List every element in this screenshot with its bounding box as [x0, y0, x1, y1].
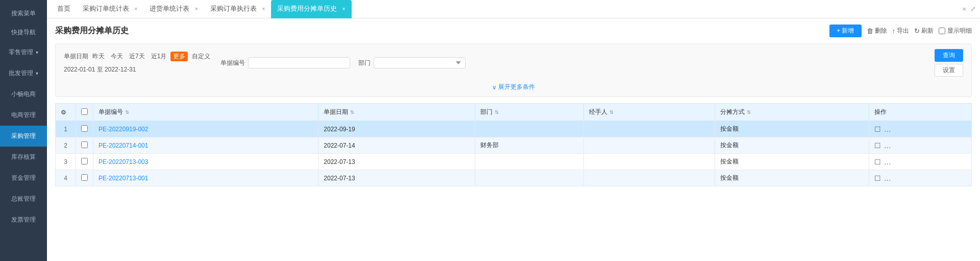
delete-button[interactable]: 🗑 删除	[867, 27, 887, 35]
sidebar-item-finance[interactable]: 资金管理	[0, 168, 47, 188]
page-title-bar: 采购费用分摊单历史 + 新增 🗑 删除 ↑ 导出 ↻ 刷新 显示明细	[55, 25, 972, 37]
settings-gear-icon[interactable]: ⚙	[61, 109, 66, 116]
cell-handler	[583, 137, 715, 154]
edit-icon[interactable]: ☐	[874, 174, 881, 182]
expand-filter-btn[interactable]: ∨ 展开更多条件	[492, 83, 535, 91]
edit-icon[interactable]: ☐	[874, 125, 881, 133]
sort-icon: ⇅	[495, 109, 499, 115]
cell-action: ☐ …	[869, 170, 971, 186]
row-checkbox[interactable]	[81, 174, 88, 181]
bill-no-input[interactable]	[248, 57, 350, 68]
tab-purchase-order-stat[interactable]: 采购订单统计表 ×	[77, 0, 143, 18]
refresh-icon: ↻	[914, 27, 920, 35]
th-dept[interactable]: 部门 ⇅	[475, 104, 583, 121]
th-settings[interactable]: ⚙	[56, 104, 76, 121]
page-title: 采购费用分摊单历史	[55, 26, 129, 36]
th-checkbox[interactable]	[76, 104, 93, 121]
cell-date: 2022-07-13	[318, 154, 475, 170]
action-buttons: ☐ …	[874, 174, 966, 182]
cell-date: 2022-07-13	[318, 170, 475, 186]
cell-bill-no: PE-20220919-002	[93, 121, 318, 137]
row-checkbox[interactable]	[81, 125, 88, 132]
row-checkbox-cell[interactable]	[76, 121, 93, 137]
row-checkbox-cell[interactable]	[76, 170, 93, 186]
tab-stock-stat[interactable]: 进货单统计表 ×	[143, 0, 204, 18]
cell-action: ☐ …	[869, 121, 971, 137]
tab-purchase-exec[interactable]: 采购订单执行表 ×	[204, 0, 271, 18]
date-btn-1month[interactable]: 近1月	[149, 52, 169, 61]
show-cols-toggle[interactable]: 显示明细	[939, 27, 972, 35]
tab-close-icon[interactable]: ×	[342, 6, 345, 12]
more-icon[interactable]: …	[884, 125, 891, 133]
row-num: 1	[56, 121, 76, 137]
tab-close-icon[interactable]: ×	[262, 6, 265, 12]
th-action: 操作	[869, 104, 971, 121]
cell-split-method: 按金额	[715, 121, 869, 137]
row-checkbox-cell[interactable]	[76, 137, 93, 154]
more-icon[interactable]: …	[884, 158, 891, 166]
table-row: 2 PE-20220714-001 2022-07-14 财务部 按金额 ☐ …	[56, 137, 972, 154]
row-checkbox[interactable]	[81, 158, 88, 164]
sort-icon: ⇅	[747, 109, 751, 115]
bill-no-link[interactable]: PE-20220713-001	[99, 175, 148, 182]
date-btn-today[interactable]: 今天	[109, 52, 125, 61]
chevron-icon: ▾	[36, 70, 38, 76]
tab-close-icon[interactable]: ×	[194, 6, 198, 12]
row-checkbox[interactable]	[81, 141, 88, 148]
sidebar-item-wholesale[interactable]: 批发管理 ▾	[0, 63, 47, 84]
sort-icon: ⇅	[350, 109, 354, 115]
date-btn-custom[interactable]: 自定义	[190, 52, 212, 61]
bill-no-link[interactable]: PE-20220919-002	[99, 126, 148, 133]
show-cols-checkbox[interactable]	[939, 28, 945, 34]
bill-no-link[interactable]: PE-20220714-001	[99, 142, 148, 149]
th-date[interactable]: 单据日期 ⇅	[318, 104, 475, 121]
action-buttons: ☐ …	[874, 125, 966, 133]
th-handler[interactable]: 经手人 ⇅	[583, 104, 715, 121]
cell-bill-no: PE-20220714-001	[93, 137, 318, 154]
cell-dept	[475, 154, 583, 170]
th-bill-no[interactable]: 单据编号 ⇅	[93, 104, 318, 121]
tab-close-icon[interactable]: ×	[134, 6, 137, 12]
date-btn-yesterday[interactable]: 昨天	[90, 52, 107, 61]
tab-purchase-cost-history[interactable]: 采购费用分摊单历史 ×	[271, 0, 351, 18]
more-icon[interactable]: …	[884, 174, 891, 182]
export-icon: ↑	[892, 27, 896, 35]
sidebar-item-inventory[interactable]: 库存核算	[0, 147, 47, 168]
maximize-icon[interactable]: ⤢	[970, 5, 976, 13]
bill-no-link[interactable]: PE-20220713-003	[99, 158, 148, 165]
select-all-checkbox[interactable]	[81, 108, 88, 115]
row-num: 2	[56, 137, 76, 154]
add-button[interactable]: + 新增	[829, 25, 861, 37]
dept-label: 部门	[358, 59, 371, 67]
setting-button[interactable]: 设置	[935, 64, 963, 77]
sidebar-item-search[interactable]: 搜索菜单	[0, 4, 47, 23]
date-btn-more[interactable]: 更多	[170, 52, 188, 61]
refresh-button[interactable]: ↻ 刷新	[914, 27, 934, 35]
sidebar-item-ecom[interactable]: 电商管理	[0, 105, 47, 126]
table-row: 4 PE-20220713-001 2022-07-13 按金额 ☐ …	[56, 170, 972, 186]
date-btn-7days[interactable]: 近7天	[127, 52, 147, 61]
tab-home[interactable]: 首页	[51, 0, 77, 18]
th-split-method[interactable]: 分摊方式 ⇅	[715, 104, 869, 121]
sidebar-item-invoice[interactable]: 发票管理	[0, 209, 47, 230]
dept-select[interactable]: 财务部	[374, 57, 465, 68]
sidebar-item-retail[interactable]: 零售管理 ▾	[0, 42, 47, 63]
close-tab-icon[interactable]: ×	[962, 5, 966, 13]
cell-date: 2022-09-19	[318, 121, 475, 137]
cell-split-method: 按金额	[715, 154, 869, 170]
sidebar-item-purchase[interactable]: 采购管理	[0, 126, 47, 147]
more-icon[interactable]: …	[884, 141, 891, 150]
table-row: 3 PE-20220713-003 2022-07-13 按金额 ☐ …	[56, 154, 972, 170]
export-button[interactable]: ↑ 导出	[892, 27, 910, 35]
sidebar-item-ecom-small[interactable]: 小畅电商	[0, 84, 47, 105]
cell-split-method: 按金额	[715, 170, 869, 186]
search-button[interactable]: 查询	[935, 49, 963, 62]
edit-icon[interactable]: ☐	[874, 158, 881, 166]
edit-icon[interactable]: ☐	[874, 141, 881, 150]
sidebar-item-quicknav[interactable]: 快捷导航	[0, 23, 47, 42]
date-filter-label: 单据日期	[64, 52, 88, 61]
bill-no-label: 单据编号	[220, 59, 245, 67]
chevron-icon: ▾	[36, 50, 38, 55]
sidebar-item-ledger[interactable]: 总账管理	[0, 188, 47, 209]
row-checkbox-cell[interactable]	[76, 154, 93, 170]
